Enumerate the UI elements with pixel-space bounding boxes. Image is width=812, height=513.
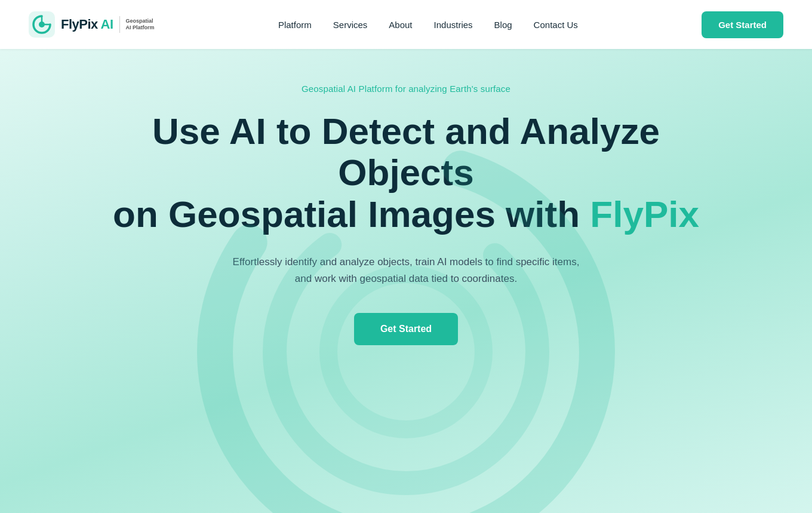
nav-item-contact[interactable]: Contact Us <box>534 20 578 30</box>
hero-title-line2-prefix: on Geospatial Images with <box>113 193 580 235</box>
logo-brand: FlyPix AI <box>61 17 113 32</box>
hero-get-started-button[interactable]: Get Started <box>354 313 458 345</box>
hero-section: Geospatial AI Platform for analyzing Ear… <box>0 0 812 513</box>
header-get-started-button[interactable]: Get Started <box>702 11 783 38</box>
hero-title-highlight: FlyPix <box>590 193 699 235</box>
hero-subtitle-line1: Effortlessly identify and analyze object… <box>233 256 580 268</box>
nav-item-blog[interactable]: Blog <box>494 20 512 30</box>
hero-tagline: Geospatial AI Platform for analyzing Ear… <box>302 84 510 94</box>
hero-subtitle: Effortlessly identify and analyze object… <box>233 254 580 286</box>
logo[interactable]: FlyPix AI Geospatial AI Platform <box>29 11 155 38</box>
hero-title: Use AI to Detect and Analyze Objects on … <box>107 110 705 235</box>
logo-icon <box>29 11 55 38</box>
hero-title-line1: Use AI to Detect and Analyze Objects <box>152 110 660 193</box>
logo-text: FlyPix AI Geospatial AI Platform <box>61 16 155 33</box>
hero-subtitle-line2: and work with geospatial data tied to co… <box>295 273 517 284</box>
nav-item-about[interactable]: About <box>389 20 412 30</box>
svg-point-1 <box>39 21 45 27</box>
site-header: FlyPix AI Geospatial AI Platform Platfor… <box>0 0 812 49</box>
logo-sub-line1: Geospatial <box>126 18 155 24</box>
svg-point-4 <box>328 274 484 429</box>
nav-item-platform[interactable]: Platform <box>278 20 312 30</box>
main-nav: Platform Services About Industries Blog … <box>278 20 578 30</box>
nav-item-industries[interactable]: Industries <box>434 20 473 30</box>
logo-sub-line2: AI Platform <box>126 24 155 31</box>
nav-item-services[interactable]: Services <box>333 20 368 30</box>
